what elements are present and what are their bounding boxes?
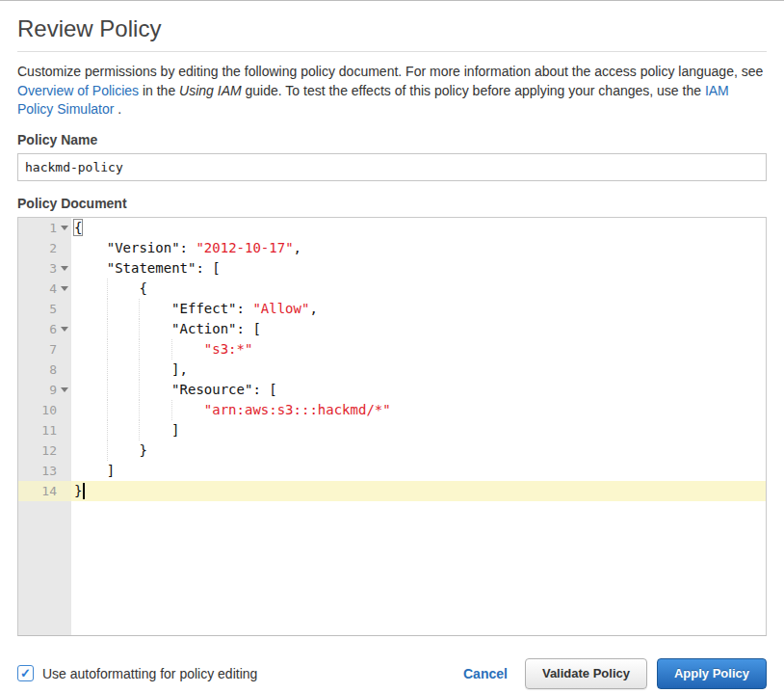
code-token-plain: }: [139, 442, 146, 458]
code-token-string: "arn:aws:s3:::hackmd/*": [204, 402, 391, 417]
policy-name-input[interactable]: [17, 153, 767, 181]
code-line[interactable]: "Version": "2012-10-17",: [71, 238, 766, 258]
indent-guide: [139, 360, 171, 380]
line-number: 13: [18, 461, 71, 481]
editor-line-14[interactable]: 14}: [18, 481, 766, 501]
code-line[interactable]: "arn:aws:s3:::hackmd/*": [71, 400, 766, 420]
line-number: 4: [18, 279, 71, 299]
code-token-plain: ,: [294, 240, 301, 255]
line-number: 14: [18, 481, 71, 501]
indent-guide: [74, 440, 107, 461]
autoformat-option[interactable]: ✓ Use autoformatting for policy editing: [17, 665, 257, 681]
fold-slot: [57, 339, 71, 360]
indent-guide: [74, 360, 107, 380]
code-line[interactable]: }: [71, 481, 766, 501]
fold-slot: [57, 461, 71, 481]
indent-guide: [107, 339, 140, 360]
indent-guide: [171, 339, 204, 360]
editor-line-1[interactable]: 1{: [18, 218, 766, 238]
line-number: 10: [18, 400, 71, 420]
code-token-plain: ,: [309, 301, 317, 316]
code-line[interactable]: ]: [71, 461, 766, 481]
code-line[interactable]: "s3:*": [71, 339, 766, 360]
line-number: 11: [18, 420, 71, 440]
indent-guide: [74, 258, 107, 279]
indent-guide: [139, 339, 171, 360]
editor-line-3[interactable]: 3"Statement": [: [18, 258, 766, 279]
fold-slot: [57, 360, 71, 380]
fold-slot: [57, 299, 71, 319]
review-policy-page: Review Policy Customize permissions by e…: [0, 15, 784, 689]
editor-line-10[interactable]: 10"arn:aws:s3:::hackmd/*": [18, 400, 766, 420]
editor-line-8[interactable]: 8],: [18, 360, 766, 380]
intro-segment: in the: [139, 83, 179, 98]
code-line[interactable]: "Action": [: [71, 319, 766, 339]
code-line[interactable]: "Resource": [: [71, 380, 766, 400]
code-line[interactable]: {: [71, 279, 766, 299]
editor-line-11[interactable]: 11]: [18, 420, 766, 440]
code-line[interactable]: {: [71, 218, 766, 238]
code-token-plain: "Version":: [107, 240, 196, 255]
indent-guide: [74, 299, 107, 319]
indent-guide: [74, 400, 107, 420]
code-line[interactable]: }: [71, 440, 766, 461]
line-number: 8: [18, 360, 71, 380]
fold-arrow-icon[interactable]: [57, 279, 71, 299]
code-line[interactable]: ]: [71, 420, 766, 440]
title-divider: [17, 51, 767, 52]
indent-guide: [107, 279, 140, 299]
autoformat-checkbox[interactable]: ✓: [17, 665, 34, 681]
code-line[interactable]: "Statement": [: [71, 258, 766, 279]
code-line[interactable]: "Effect": "Allow",: [71, 299, 766, 319]
indent-guide: [74, 461, 107, 481]
code-token-plain: "Effect":: [171, 301, 252, 316]
line-number: 7: [18, 339, 71, 360]
editor-line-9[interactable]: 9"Resource": [: [18, 380, 766, 400]
top-divider: [0, 0, 784, 1]
indent-guide: [74, 420, 107, 440]
checkmark-icon: ✓: [20, 667, 31, 680]
fold-arrow-icon[interactable]: [57, 258, 71, 279]
indent-guide: [107, 319, 140, 339]
editor-line-4[interactable]: 4{: [18, 279, 766, 299]
indent-guide: [139, 400, 171, 420]
code-token-string: "Allow": [252, 301, 309, 316]
editor-line-12[interactable]: 12}: [18, 440, 766, 461]
code-token-plain: ],: [171, 361, 188, 377]
indent-guide: [139, 319, 171, 339]
indent-guide: [139, 380, 171, 400]
editor-line-13[interactable]: 13]: [18, 461, 766, 481]
code-token-plain: "Resource": [: [171, 382, 277, 397]
fold-slot: [57, 400, 71, 420]
page-title: Review Policy: [17, 15, 767, 42]
cancel-link[interactable]: Cancel: [463, 666, 508, 681]
fold-arrow-icon[interactable]: [57, 218, 71, 238]
editor-line-5[interactable]: 5"Effect": "Allow",: [18, 299, 766, 319]
overview-of-policies-link[interactable]: Overview of Policies: [17, 83, 139, 98]
code-token-plain: ]: [171, 422, 179, 438]
code-line[interactable]: ],: [71, 360, 766, 380]
action-buttons: Cancel Validate Policy Apply Policy: [463, 658, 767, 689]
editor-content[interactable]: 1{2"Version": "2012-10-17",3"Statement":…: [18, 218, 766, 501]
indent-guide: [107, 380, 140, 400]
apply-policy-button[interactable]: Apply Policy: [657, 658, 767, 689]
intro-segment: .: [114, 101, 121, 117]
text-cursor: [83, 483, 85, 499]
validate-policy-button[interactable]: Validate Policy: [525, 658, 647, 689]
line-number: 12: [18, 440, 71, 461]
policy-document-label: Policy Document: [17, 196, 767, 211]
editor-line-2[interactable]: 2"Version": "2012-10-17",: [18, 238, 766, 258]
fold-arrow-icon[interactable]: [57, 380, 71, 400]
footer-bar: ✓ Use autoformatting for policy editing …: [17, 658, 767, 689]
editor-line-7[interactable]: 7"s3:*": [18, 339, 766, 360]
code-token-string: "s3:*": [204, 341, 253, 357]
indent-guide: [171, 400, 204, 420]
fold-slot: [57, 420, 71, 440]
indent-guide: [107, 420, 140, 440]
intro-segment: guide. To test the effects of this polic…: [242, 83, 705, 98]
fold-arrow-icon[interactable]: [57, 319, 71, 339]
line-number: 9: [18, 380, 71, 400]
editor-line-6[interactable]: 6"Action": [: [18, 319, 766, 339]
indent-guide: [139, 299, 171, 319]
policy-document-editor[interactable]: 1{2"Version": "2012-10-17",3"Statement":…: [17, 217, 767, 636]
